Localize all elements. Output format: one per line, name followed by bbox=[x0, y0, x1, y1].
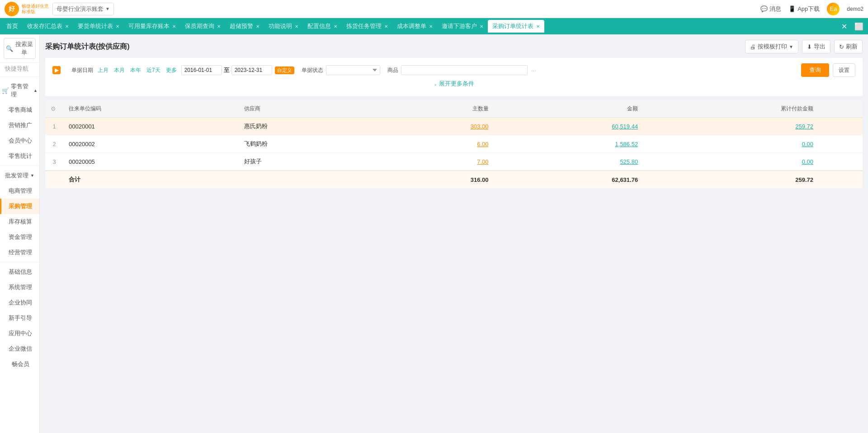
paid-link-1[interactable]: 259.72 bbox=[795, 123, 813, 130]
row-amount-1: 60,519.44 bbox=[494, 118, 644, 135]
workspace-selector[interactable]: 母婴行业演示账套 ▼ bbox=[52, 3, 114, 15]
sidebar-item-retail-stats[interactable]: 零售统计 bbox=[0, 148, 39, 164]
date-shortcut-more[interactable]: 更多 bbox=[164, 66, 179, 75]
tab-close-all-button[interactable]: ✕ bbox=[839, 21, 850, 32]
tab-function-desc[interactable]: 功能说明 ✕ bbox=[264, 20, 303, 33]
sidebar-item-marketing[interactable]: 营销推广 bbox=[0, 118, 39, 133]
export-button[interactable]: ⬇ 导出 bbox=[802, 40, 830, 53]
avatar[interactable]: Ea bbox=[827, 3, 840, 15]
tab-invite-customer[interactable]: 邀请下游客户 ✕ bbox=[437, 20, 488, 33]
paid-link-2[interactable]: 0.00 bbox=[802, 141, 813, 148]
date-shortcut-this-year[interactable]: 本年 bbox=[128, 66, 143, 75]
expand-button[interactable]: ▶ bbox=[52, 66, 61, 74]
sidebar-item-app-center[interactable]: 应用中心 bbox=[0, 326, 39, 341]
enterprise-wechat-label: 企业微信 bbox=[9, 345, 32, 352]
sidebar-item-member-center[interactable]: 会员中心 bbox=[0, 133, 39, 148]
tab-home[interactable]: 首页 bbox=[2, 20, 23, 33]
chevron-down-icon-wholesale: ▼ bbox=[30, 173, 34, 178]
settings-icon[interactable]: ⚙ bbox=[51, 105, 56, 112]
avatar-label: Ea bbox=[830, 5, 837, 12]
goods-input[interactable] bbox=[401, 65, 528, 75]
search-menu-button[interactable]: 🔍 搜索菜单 bbox=[4, 38, 36, 59]
tab-maximize-button[interactable]: ⬜ bbox=[852, 21, 866, 32]
amount-link-1[interactable]: 60,519.44 bbox=[612, 123, 638, 130]
summary-row: 合计 316.00 62,631.76 259.72 bbox=[45, 171, 863, 189]
sidebar-item-basic-info[interactable]: 基础信息 bbox=[0, 264, 39, 280]
sidebar-item-ecommerce-mgmt[interactable]: 电商管理 bbox=[0, 183, 39, 199]
tab-close-cost-adjust[interactable]: ✕ bbox=[429, 24, 433, 29]
tab-close-invite-customer[interactable]: ✕ bbox=[480, 24, 483, 29]
query-button[interactable]: 查询 bbox=[801, 63, 829, 77]
date-shortcut-this-month[interactable]: 本月 bbox=[112, 66, 127, 75]
sidebar-item-enterprise-wechat[interactable]: 企业微信 bbox=[0, 341, 39, 357]
sidebar-item-ops-mgmt[interactable]: 经营管理 bbox=[0, 245, 39, 260]
tab-close-picking-task[interactable]: ✕ bbox=[384, 24, 388, 29]
date-from-input[interactable] bbox=[181, 65, 222, 75]
settings-button[interactable]: 设置 bbox=[833, 63, 855, 77]
message-button[interactable]: 💬 消息 bbox=[760, 5, 781, 13]
tab-close-expiry-query[interactable]: ✕ bbox=[217, 24, 221, 29]
sidebar-item-purchase-mgmt[interactable]: 采购管理 bbox=[0, 199, 39, 214]
col-code-header: 往来单位编码 bbox=[63, 100, 239, 118]
date-shortcut-last-7-days[interactable]: 近7天 bbox=[145, 66, 162, 75]
top-bar-right: 💬 消息 📱 App下载 Ea demo2 bbox=[760, 3, 863, 15]
quantity-link-2[interactable]: 6.00 bbox=[477, 141, 488, 148]
tab-available-stock[interactable]: 可用量库存账本 ✕ bbox=[124, 20, 180, 33]
summary-label: 合计 bbox=[63, 171, 239, 189]
retail-stats-label: 零售统计 bbox=[9, 152, 32, 159]
quantity-link-3[interactable]: 7.00 bbox=[477, 158, 488, 165]
amount-link-2[interactable]: 1,586.52 bbox=[615, 141, 638, 148]
tab-close-requisition-stats[interactable]: ✕ bbox=[116, 24, 119, 29]
tab-requisition-stats[interactable]: 要货单统计表 ✕ bbox=[73, 20, 124, 33]
retail-mgmt-icon: 🛒 bbox=[2, 87, 9, 94]
status-select[interactable] bbox=[326, 65, 380, 75]
sidebar-item-wholesale-mgmt[interactable]: 批发管理 ▼ bbox=[0, 168, 39, 183]
tab-close-function-desc[interactable]: ✕ bbox=[295, 24, 298, 29]
sidebar-item-vip[interactable]: 畅会员 bbox=[0, 357, 39, 372]
tab-collect-pay[interactable]: 收发存汇总表 ✕ bbox=[23, 20, 73, 33]
status-label: 单据状态 bbox=[302, 67, 323, 74]
row-num-2: 2 bbox=[45, 135, 63, 153]
app-download-button[interactable]: 📱 App下载 bbox=[788, 5, 820, 13]
date-shortcut-last-month[interactable]: 上月 bbox=[96, 66, 110, 75]
tab-purchase-stats[interactable]: 采购订单统计表 ✕ bbox=[488, 20, 544, 33]
template-print-button[interactable]: 🖨 按模板打印 ▼ bbox=[745, 40, 798, 53]
quick-nav-label: 快捷导航 bbox=[5, 65, 28, 72]
tab-picking-task[interactable]: 拣货任务管理 ✕ bbox=[342, 20, 392, 33]
page-title: 采购订单统计表(按供应商) bbox=[45, 42, 130, 52]
tab-overstock-alert[interactable]: 超储预警 ✕ bbox=[225, 20, 264, 33]
row-supplier-2: 飞鹤奶粉 bbox=[239, 135, 377, 153]
quantity-link-1[interactable]: 303.00 bbox=[471, 123, 489, 130]
tab-config-info[interactable]: 配置信息 ✕ bbox=[303, 20, 342, 33]
logo-icon: 好 bbox=[5, 2, 19, 16]
sidebar-item-enterprise-collab[interactable]: 企业协同 bbox=[0, 295, 39, 310]
tab-close-available-stock[interactable]: ✕ bbox=[172, 24, 176, 29]
tab-close-collect-pay[interactable]: ✕ bbox=[65, 24, 69, 29]
date-to-input[interactable] bbox=[231, 65, 272, 75]
tab-close-config-info[interactable]: ✕ bbox=[334, 24, 337, 29]
sidebar-item-new-guide[interactable]: 新手引导 bbox=[0, 310, 39, 326]
basic-info-label: 基础信息 bbox=[9, 268, 32, 275]
table-row: 1 00020001 惠氏奶粉 303.00 60,519.44 259.72 bbox=[45, 118, 863, 135]
summary-empty-2 bbox=[239, 171, 377, 189]
amount-link-3[interactable]: 525.80 bbox=[620, 158, 638, 165]
tab-close-purchase-stats[interactable]: ✕ bbox=[536, 24, 540, 29]
tab-expiry-query[interactable]: 保质期查询 ✕ bbox=[180, 20, 225, 33]
paid-link-3[interactable]: 0.00 bbox=[802, 158, 813, 165]
sidebar-item-sys-mgmt[interactable]: 系统管理 bbox=[0, 280, 39, 295]
search-menu-label: 搜索菜单 bbox=[14, 40, 33, 57]
goods-label: 商品 bbox=[387, 67, 398, 74]
username-label: demo2 bbox=[847, 6, 863, 12]
date-shortcuts: 上月 本月 本年 近7天 更多 bbox=[96, 66, 179, 75]
refresh-button[interactable]: ↻ 刷新 bbox=[834, 40, 863, 53]
goods-input-more-icon[interactable]: ··· bbox=[531, 67, 536, 74]
sidebar-item-stock-check[interactable]: 库存核算 bbox=[0, 214, 39, 229]
sidebar-item-retail-mgmt[interactable]: 🛒 零售管理 ▲ bbox=[0, 79, 39, 102]
expand-more-label: 展开更多条件 bbox=[439, 80, 474, 88]
sidebar-item-quick-nav[interactable]: 快捷导航 bbox=[0, 63, 39, 75]
tab-cost-adjust[interactable]: 成本调整单 ✕ bbox=[392, 20, 437, 33]
sidebar-item-retail-mall[interactable]: 零售商城 bbox=[0, 102, 39, 118]
tab-close-overstock-alert[interactable]: ✕ bbox=[256, 24, 259, 29]
filter-more-button[interactable]: ⌄ 展开更多条件 bbox=[52, 77, 855, 90]
sidebar-item-finance-mgmt[interactable]: 资金管理 bbox=[0, 229, 39, 245]
